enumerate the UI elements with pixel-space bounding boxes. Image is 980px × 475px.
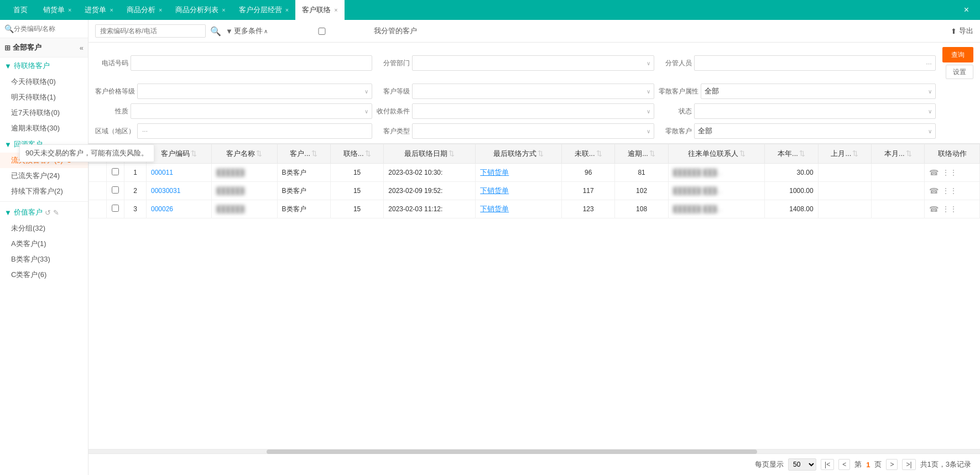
filter-input-phone[interactable] <box>131 55 372 71</box>
first-page-button[interactable]: |< <box>821 459 834 470</box>
phone-icon-2[interactable]: ☎ <box>929 205 939 213</box>
nav-tab-purchase[interactable]: 进货单 × <box>78 0 119 20</box>
close-tab-analysis-list[interactable]: × <box>222 7 225 13</box>
row-num-1: 2 <box>124 182 147 200</box>
row-code-1[interactable]: 00030031 <box>147 182 212 200</box>
export-label: 导出 <box>959 26 973 36</box>
chevron-down-icon-nature: ∨ <box>364 108 368 114</box>
row-actions-1: ☎ ⋮⋮ <box>925 182 980 200</box>
my-customers-checkbox-label[interactable]: 我分管的客户 <box>272 26 417 36</box>
query-button[interactable]: 查询 <box>942 47 973 62</box>
more-icon-0[interactable]: ⋮⋮ <box>942 168 957 177</box>
filter-select-retail-attr[interactable]: 全部 ∨ <box>701 83 936 99</box>
filter-select-retail[interactable]: 全部 ∨ <box>694 123 936 139</box>
row-this-year-1: 1000.00 <box>765 182 818 200</box>
filter-select-ctype[interactable]: ∨ <box>412 123 654 139</box>
row-last-method-0[interactable]: 下销货单 <box>476 164 562 182</box>
sidebar-item-re-attract[interactable]: 持续下滑客户(2) <box>0 184 88 199</box>
filter-select-dept[interactable]: ∨ <box>412 55 654 71</box>
search-button[interactable]: 🔍 <box>210 26 221 36</box>
settings-button[interactable]: 设置 <box>946 65 973 79</box>
search-input[interactable] <box>95 24 206 38</box>
nav-tab-analysis[interactable]: 商品分析 × <box>120 0 169 20</box>
filter-more-button[interactable]: ▼ 更多条件 ∧ <box>226 26 268 36</box>
filter-select-status[interactable]: ∨ <box>694 103 936 119</box>
th-last-month[interactable]: 上月...⇅ <box>818 144 871 164</box>
close-tab-purchase[interactable]: × <box>110 7 113 13</box>
row-code-0[interactable]: 000011 <box>147 164 212 182</box>
home-tab[interactable]: 首页 <box>4 0 37 20</box>
filter-select-person[interactable]: ··· <box>694 55 936 71</box>
next-page-button[interactable]: > <box>886 459 898 470</box>
sort-icon-unit-contacts: ⇅ <box>739 149 746 158</box>
scrollbar-thumb[interactable] <box>267 450 757 454</box>
filter-select-tier[interactable]: ∨ <box>412 83 654 99</box>
sidebar-root[interactable]: ⊞ 全部客户 « <box>0 38 88 58</box>
sidebar-item-week[interactable]: 近7天待联络(0) <box>0 105 88 121</box>
filter-select-payment[interactable]: ∨ <box>412 103 654 119</box>
per-page-select[interactable]: 50 100 200 <box>788 458 816 471</box>
row-type-1: B类客户 <box>277 182 330 200</box>
sidebar-group-pending[interactable]: ▼ 待联络客户 <box>0 58 88 74</box>
nav-tab-customer-tier[interactable]: 客户分层经营 × <box>232 0 295 20</box>
th-type[interactable]: 客户...⇅ <box>277 144 330 164</box>
filter-dots-region[interactable]: ··· <box>137 123 372 139</box>
last-page-button[interactable]: >| <box>902 459 915 470</box>
row-checkbox-0[interactable] <box>107 164 124 182</box>
more-icon-1[interactable]: ⋮⋮ <box>942 186 957 195</box>
close-tab-customer-tier[interactable]: × <box>285 7 289 13</box>
refresh-icon-value[interactable]: ↺ <box>45 208 51 217</box>
th-last-date[interactable]: 最后联络日期⇅ <box>384 144 476 164</box>
row-check-2[interactable] <box>112 205 119 212</box>
edit-icon-value[interactable]: ✎ <box>53 208 59 217</box>
filter-select-nature[interactable]: ∨ <box>131 103 372 119</box>
filter-select-price-tier[interactable]: ∨ <box>137 83 372 99</box>
phone-icon-0[interactable]: ☎ <box>929 168 939 177</box>
export-button[interactable]: ⬆ 导出 <box>951 26 973 36</box>
close-window-button[interactable]: × <box>957 5 976 15</box>
phone-icon-1[interactable]: ☎ <box>929 186 939 195</box>
row-type-2: B类客户 <box>277 200 330 218</box>
sidebar-item-already-lost[interactable]: 已流失客户(24) <box>0 168 88 184</box>
th-not-contacted[interactable]: 未联...⇅ <box>561 144 614 164</box>
th-this-year[interactable]: 本年...⇅ <box>765 144 818 164</box>
content-area: 🔍 ▼ 更多条件 ∧ 我分管的客户 ⬆ 导出 电话号码 <box>88 20 980 475</box>
nav-tab-sales[interactable]: 销货单 × <box>37 0 78 20</box>
sidebar-item-tomorrow[interactable]: 明天待联络(1) <box>0 90 88 105</box>
sidebar-item-today[interactable]: 今天待联络(0) <box>0 74 88 90</box>
sidebar-group-value[interactable]: ▼ 价值客户 ↺ ✎ <box>0 204 88 221</box>
close-tab-customer-contact[interactable]: × <box>334 7 337 13</box>
export-icon: ⬆ <box>951 27 957 35</box>
nav-tab-customer-contact[interactable]: 客户联络 × <box>295 0 344 20</box>
th-this-month[interactable]: 本月...⇅ <box>872 144 925 164</box>
row-checkbox-2[interactable] <box>107 200 124 218</box>
more-icon-2[interactable]: ⋮⋮ <box>942 205 957 213</box>
row-check-1[interactable] <box>112 186 119 194</box>
row-code-2[interactable]: 000026 <box>147 200 212 218</box>
row-check-0[interactable] <box>112 168 119 175</box>
close-tab-analysis[interactable]: × <box>159 7 162 13</box>
chevron-down-icon-dept: ∨ <box>647 60 650 66</box>
horizontal-scrollbar[interactable] <box>88 449 980 453</box>
row-last-method-2[interactable]: 下销货单 <box>476 200 562 218</box>
row-last-method-1[interactable]: 下销货单 <box>476 182 562 200</box>
sidebar-item-classB[interactable]: B类客户(33) <box>0 252 88 267</box>
prev-page-button[interactable]: < <box>838 459 850 470</box>
th-overdue[interactable]: 逾期...⇅ <box>615 144 668 164</box>
sidebar-collapse-button[interactable]: « <box>80 44 84 52</box>
th-unit-contacts[interactable]: 往来单位联系人⇅ <box>668 144 764 164</box>
row-checkbox-1[interactable] <box>107 182 124 200</box>
th-code[interactable]: 客户编码⇅ <box>147 144 212 164</box>
th-contact[interactable]: 联络...⇅ <box>330 144 383 164</box>
close-tab-sales[interactable]: × <box>68 7 71 13</box>
sidebar-item-classC[interactable]: C类客户(6) <box>0 267 88 283</box>
th-name[interactable]: 客户名称⇅ <box>212 144 277 164</box>
sidebar-search-input[interactable] <box>14 25 88 33</box>
row-overdue-0: 81 <box>615 164 668 182</box>
th-last-method[interactable]: 最后联络方式⇅ <box>476 144 562 164</box>
sidebar-item-classA[interactable]: A类客户(1) <box>0 236 88 252</box>
nav-tab-analysis-list[interactable]: 商品分析列表 × <box>169 0 232 20</box>
sidebar-item-overdue-contact[interactable]: 逾期未联络(30) <box>0 121 88 136</box>
sidebar-item-unclassified[interactable]: 未分组(32) <box>0 221 88 236</box>
my-customers-checkbox[interactable] <box>272 28 372 35</box>
